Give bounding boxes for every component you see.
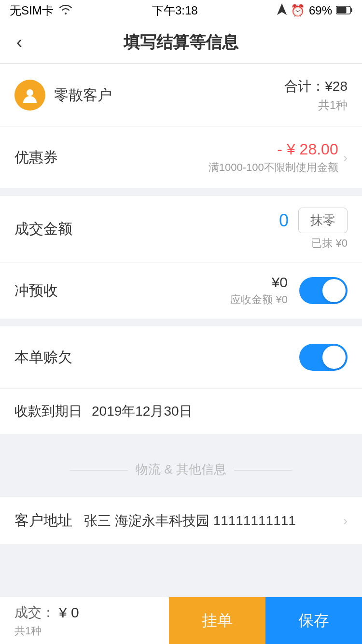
- customer-left: 零散客户: [14, 80, 112, 111]
- status-right: ⏰ 69%: [277, 3, 352, 18]
- battery-icon: [336, 4, 352, 17]
- due-date-row: 收款到期日 2019年12月30日: [0, 388, 362, 434]
- credit-row: 本单赊欠: [0, 326, 362, 388]
- customer-row: 零散客户 合计：¥28 共1种: [0, 64, 362, 126]
- address-value: 张三 海淀永丰科技园 11111111111: [84, 512, 343, 530]
- bottom-bar: 成交： ¥ 0 共1种 挂单 保存: [0, 597, 362, 644]
- deal-amount: 0: [279, 210, 289, 231]
- prepay-label: 冲预收: [14, 281, 58, 301]
- total-amount: 合计：¥28: [284, 77, 348, 96]
- coupon-description: 满1000-100不限制使用金额: [209, 160, 338, 175]
- prepay-sub-text: 应收金额 ¥0: [230, 293, 288, 307]
- coupon-row[interactable]: 优惠券 - ¥ 28.00 满1000-100不限制使用金额 ›: [0, 126, 362, 188]
- address-row[interactable]: 客户地址 张三 海淀永丰科技园 11111111111 ›: [0, 497, 362, 544]
- prepay-info: ¥0 应收金额 ¥0: [230, 274, 288, 307]
- address-label: 客户地址: [14, 511, 72, 531]
- credit-section: 本单赊欠 收款到期日 2019年12月30日: [0, 326, 362, 434]
- back-button[interactable]: ‹: [12, 28, 27, 57]
- toggle-knob: [322, 279, 346, 302]
- svg-rect-1: [351, 8, 352, 12]
- deal-section: 成交金额 0 抹零 已抹 ¥0 冲预收 ¥0 应收金额 ¥0: [0, 196, 362, 319]
- nav-title: 填写结算等信息: [124, 31, 238, 54]
- status-bar: 无SIM卡 下午3:18 ⏰ 69%: [0, 0, 362, 21]
- status-left: 无SIM卡: [10, 3, 73, 18]
- battery-text: 69%: [309, 4, 332, 17]
- due-date-value: 2019年12月30日: [92, 402, 193, 420]
- coupon-info: - ¥ 28.00 满1000-100不限制使用金额: [209, 140, 338, 175]
- prepay-amount: ¥0: [230, 274, 288, 291]
- credit-toggle-knob: [322, 346, 346, 369]
- deal-row: 成交金额 0 抹零 已抹 ¥0: [0, 196, 362, 263]
- logistics-divider: 物流 & 其他信息: [0, 451, 362, 488]
- customer-name: 零散客户: [54, 85, 112, 105]
- coupon-right: - ¥ 28.00 满1000-100不限制使用金额 ›: [209, 140, 348, 175]
- coupon-label: 优惠券: [14, 148, 58, 168]
- customer-right: 合计：¥28 共1种: [284, 77, 348, 113]
- address-section: 客户地址 张三 海淀永丰科技园 11111111111 ›: [0, 497, 362, 544]
- prepay-toggle[interactable]: [299, 277, 348, 304]
- prepay-right: ¥0 应收金额 ¥0: [230, 274, 348, 307]
- status-time: 下午3:18: [152, 3, 198, 18]
- due-date-label: 收款到期日: [14, 402, 82, 420]
- prepay-row: 冲预收 ¥0 应收金额 ¥0: [0, 263, 362, 319]
- credit-toggle[interactable]: [299, 344, 348, 371]
- location-icon: [277, 3, 287, 18]
- svg-point-3: [27, 89, 33, 96]
- total-count: 共1种: [284, 98, 348, 113]
- deal-right: 0 抹零 已抹 ¥0: [279, 208, 348, 251]
- deal-value-row: 0 抹零: [279, 208, 348, 233]
- logistics-text: 物流 & 其他信息: [62, 461, 300, 478]
- bottom-count: 共1种: [14, 624, 154, 638]
- customer-avatar: [14, 80, 45, 111]
- bottom-deal-amount: ¥ 0: [59, 604, 79, 621]
- deal-sub-text: 已抹 ¥0: [311, 236, 348, 251]
- bottom-deal-label: 成交：: [14, 603, 55, 622]
- address-chevron-icon: ›: [343, 513, 348, 529]
- bottom-summary: 成交： ¥ 0 共1种: [0, 603, 169, 638]
- save-button[interactable]: 保存: [265, 597, 362, 644]
- svg-rect-2: [337, 7, 347, 14]
- sim-text: 无SIM卡: [10, 3, 54, 18]
- customer-section: 零散客户 合计：¥28 共1种 优惠券 - ¥ 28.00 满1000-100不…: [0, 64, 362, 188]
- nav-bar: ‹ 填写结算等信息: [0, 21, 362, 64]
- coupon-chevron-icon: ›: [343, 150, 348, 166]
- alarm-icon: ⏰: [291, 4, 305, 17]
- bottom-deal-row: 成交： ¥ 0: [14, 603, 154, 622]
- hold-order-button[interactable]: 挂单: [169, 597, 265, 644]
- logistics-divider-section: 物流 & 其他信息: [0, 442, 362, 497]
- credit-label: 本单赊欠: [14, 348, 72, 367]
- wifi-icon: [58, 4, 73, 17]
- coupon-discount: - ¥ 28.00: [209, 140, 338, 158]
- bottom-spacer: [0, 552, 362, 599]
- round-zero-button[interactable]: 抹零: [298, 208, 348, 233]
- deal-label: 成交金额: [14, 219, 72, 239]
